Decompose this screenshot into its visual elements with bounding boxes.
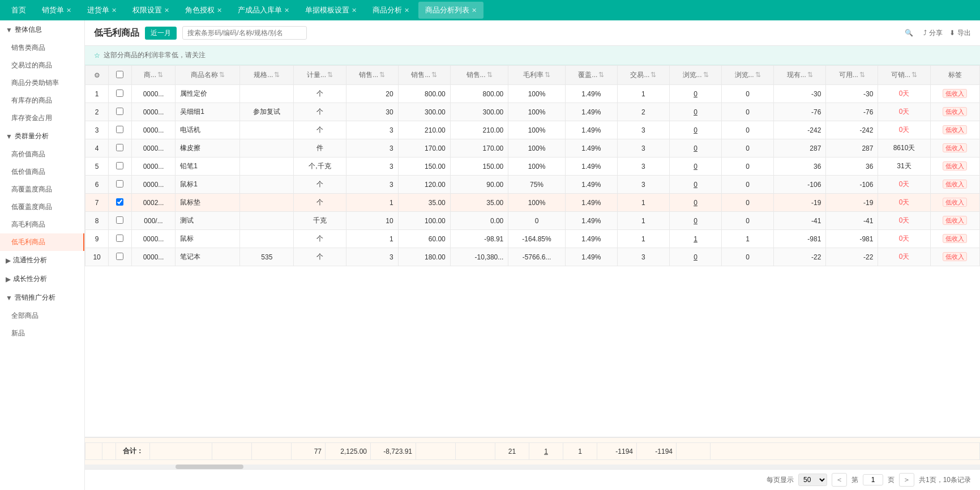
sidebar-item-new-goods[interactable]: 新品 — [0, 325, 84, 342]
nav-sales[interactable]: 销货单✕ — [35, 2, 78, 19]
col-unit[interactable]: 计量...⇅ — [294, 66, 346, 85]
nav-permissions[interactable]: 权限设置✕ — [126, 2, 176, 19]
col-gross-rate[interactable]: 毛利率⇅ — [508, 66, 565, 85]
search-input[interactable] — [182, 26, 307, 40]
col-sale-qty[interactable]: 销售...⇅ — [346, 66, 398, 85]
col-tx-count[interactable]: 交易...⇅ — [617, 66, 669, 85]
sidebar-group-flow[interactable]: ▶ 流通性分析 — [0, 251, 84, 270]
col-sale-amt1[interactable]: 销售...⇅ — [398, 66, 450, 85]
sidebar-group-cluster[interactable]: ▼ 类群量分析 — [0, 127, 84, 146]
prev-page-btn[interactable]: ＜ — [832, 473, 847, 487]
data-table-container[interactable]: ⚙ 商...⇅ 商品名称⇅ 规格...⇅ 计量...⇅ 销售...⇅ 销售...… — [85, 65, 980, 437]
row-checkbox-3[interactable] — [109, 139, 132, 157]
row-checkbox-5[interactable] — [109, 176, 132, 194]
sidebar-item-traded-goods[interactable]: 交易过的商品 — [0, 57, 84, 74]
row-code-0: 0000... — [131, 85, 176, 103]
data-table: ⚙ 商...⇅ 商品名称⇅ 规格...⇅ 计量...⇅ 销售...⇅ 销售...… — [85, 65, 980, 266]
row-browse1-3[interactable]: 0 — [669, 139, 721, 157]
col-browse2[interactable]: 浏览...⇅ — [722, 66, 774, 85]
sidebar-item-high-coverage[interactable]: 高覆盖度商品 — [0, 181, 84, 198]
scrollbar-thumb[interactable] — [176, 465, 243, 469]
col-available[interactable]: 可用...⇅ — [826, 66, 878, 85]
sidebar-item-low-coverage[interactable]: 低覆盖度商品 — [0, 198, 84, 216]
sidebar-item-low-value[interactable]: 低价值商品 — [0, 163, 84, 181]
sidebar-item-high-margin[interactable]: 高毛利商品 — [0, 216, 84, 233]
row-code-7: 000/... — [131, 212, 176, 230]
row-code-2: 0000... — [131, 121, 176, 139]
col-cover-rate[interactable]: 覆盖...⇅ — [565, 66, 617, 85]
col-checkbox[interactable] — [109, 66, 132, 85]
date-filter-btn[interactable]: 近一月 — [145, 27, 177, 40]
share-btn[interactable]: ⤴ 分享 — [923, 28, 943, 38]
row-browse1-4[interactable]: 0 — [669, 157, 721, 176]
sidebar-group-overview[interactable]: ▼ 整体信息 — [0, 20, 84, 39]
row-spec-9: 535 — [240, 248, 294, 266]
row-sale-qty-5: 3 — [346, 176, 398, 194]
nav-product-analysis-list[interactable]: 商品分析列表✕ — [418, 2, 483, 19]
select-all-checkbox[interactable] — [116, 71, 123, 78]
sidebar-item-capital-usage[interactable]: 库存资金占用 — [0, 109, 84, 127]
row-browse1-7[interactable]: 0 — [669, 212, 721, 230]
page-size-select[interactable]: 50 20 100 — [798, 474, 827, 486]
row-browse1-9[interactable]: 0 — [669, 248, 721, 266]
row-sale-amt2-1: 300.00 — [450, 103, 508, 121]
row-checkbox-9[interactable] — [109, 248, 132, 266]
horizontal-scrollbar[interactable] — [85, 465, 980, 469]
page-number-input[interactable] — [863, 474, 883, 485]
row-code-4: 0000... — [131, 157, 176, 176]
row-gross-rate-5: 75% — [508, 176, 565, 194]
col-tag[interactable]: 标签 — [930, 66, 979, 85]
row-browse1-6[interactable]: 0 — [669, 194, 721, 212]
footer-total-row: 合计： 77 2,125.00 -8,723.91 21 1 1 -1194 -… — [85, 437, 980, 465]
row-sale-qty-7: 10 — [346, 212, 398, 230]
next-page-btn[interactable]: ＞ — [899, 473, 914, 487]
row-sale-qty-3: 3 — [346, 139, 398, 157]
row-checkbox-1[interactable] — [109, 103, 132, 121]
nav-product-entry[interactable]: 产成品入库单✕ — [231, 2, 296, 19]
row-checkbox-8[interactable] — [109, 230, 132, 248]
row-checkbox-0[interactable] — [109, 85, 132, 103]
sidebar-group-marketing[interactable]: ▼ 营销推广分析 — [0, 288, 84, 307]
search-icon[interactable]: 🔍 — [905, 29, 913, 37]
col-name[interactable]: 商品名称⇅ — [176, 66, 240, 85]
row-spec-1: 参加复试 — [240, 103, 294, 121]
col-settings[interactable]: ⚙ — [85, 66, 109, 85]
row-available-0: -30 — [826, 85, 878, 103]
sidebar-item-low-margin[interactable]: 低毛利商品 — [0, 233, 84, 251]
row-checkbox-4[interactable] — [109, 157, 132, 176]
sidebar-item-category-rate[interactable]: 商品分类助销率 — [0, 74, 84, 92]
col-browse1[interactable]: 浏览...⇅ — [669, 66, 721, 85]
row-sale-amt1-1: 300.00 — [398, 103, 450, 121]
row-saleable-3: 8610天 — [878, 139, 930, 157]
row-tag-2: 低收入 — [930, 121, 979, 139]
sidebar-item-stocked-goods[interactable]: 有库存的商品 — [0, 92, 84, 109]
row-checkbox-2[interactable] — [109, 121, 132, 139]
row-browse1-5[interactable]: 0 — [669, 176, 721, 194]
row-browse1-0[interactable]: 0 — [669, 85, 721, 103]
row-sale-amt2-8: -98.91 — [450, 230, 508, 248]
col-sale-amt2[interactable]: 销售...⇅ — [450, 66, 508, 85]
nav-product-analysis[interactable]: 商品分析✕ — [366, 2, 416, 19]
sidebar-group-growth[interactable]: ▶ 成长性分析 — [0, 270, 84, 288]
sidebar-item-all-goods[interactable]: 全部商品 — [0, 307, 84, 325]
sidebar-item-sales-goods[interactable]: 销售类商品 — [0, 39, 84, 57]
col-stock[interactable]: 现有...⇅ — [774, 66, 826, 85]
export-btn[interactable]: ⬇ 导出 — [949, 28, 971, 38]
footer-browse1[interactable]: 1 — [529, 443, 563, 460]
row-sale-qty-4: 3 — [346, 157, 398, 176]
col-saleable[interactable]: 可销...⇅ — [878, 66, 930, 85]
nav-home[interactable]: 首页 — [5, 2, 33, 19]
row-tx-count-0: 1 — [617, 85, 669, 103]
row-browse1-8[interactable]: 1 — [669, 230, 721, 248]
row-code-6: 0002... — [131, 194, 176, 212]
sidebar-item-high-value[interactable]: 高价值商品 — [0, 146, 84, 163]
col-code[interactable]: 商...⇅ — [131, 66, 176, 85]
row-browse1-2[interactable]: 0 — [669, 121, 721, 139]
nav-template[interactable]: 单据模板设置✕ — [298, 2, 363, 19]
row-checkbox-7[interactable] — [109, 212, 132, 230]
nav-roles[interactable]: 角色授权✕ — [178, 2, 229, 19]
col-spec[interactable]: 规格...⇅ — [240, 66, 294, 85]
nav-purchase[interactable]: 进货单✕ — [80, 2, 123, 19]
row-checkbox-6[interactable] — [109, 194, 132, 212]
row-browse1-1[interactable]: 0 — [669, 103, 721, 121]
